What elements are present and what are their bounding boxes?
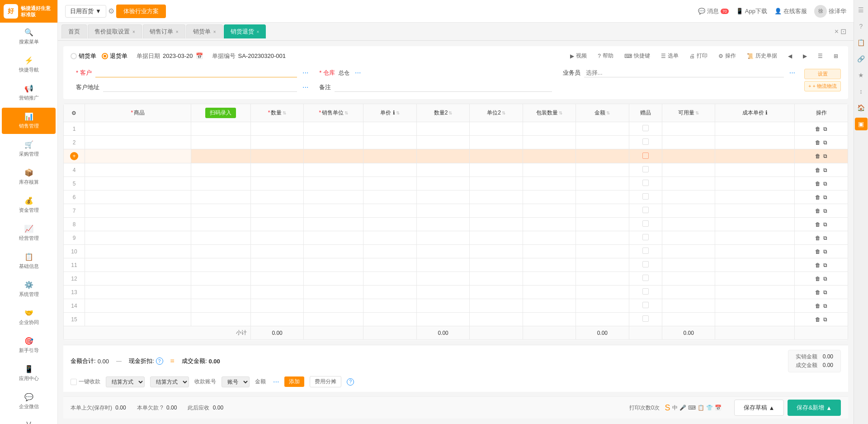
notification-btn[interactable]: 💬 消息 70 bbox=[698, 7, 729, 15]
sidebar-item-enterprise[interactable]: 🤝 企业协同 bbox=[2, 304, 56, 330]
settings-btn[interactable]: 设置 bbox=[804, 69, 841, 79]
row-delete-icon[interactable]: 🗑 bbox=[815, 248, 821, 255]
right-panel-icon4[interactable]: 🔗 bbox=[855, 52, 868, 65]
row-copy-icon[interactable]: ⧉ bbox=[823, 181, 827, 187]
online-service-btn[interactable]: 👤 在线客服 bbox=[774, 7, 807, 15]
row-copy-icon[interactable]: ⧉ bbox=[823, 221, 827, 228]
row-copy-icon[interactable]: ⧉ bbox=[823, 262, 827, 268]
row-delete-icon[interactable]: 🗑 bbox=[815, 235, 821, 241]
sidebar-item-shortcut[interactable]: ⚡ 快捷导航 bbox=[2, 52, 56, 78]
radio-sale[interactable]: 销货单 bbox=[71, 52, 96, 60]
tab-home[interactable]: 首页 bbox=[61, 24, 87, 38]
right-panel-icon6[interactable]: ↕ bbox=[855, 85, 868, 98]
sidebar-item-member[interactable]: V 畅会员 bbox=[2, 416, 56, 424]
account-select[interactable]: 账号 bbox=[222, 376, 250, 387]
gift-checkbox[interactable] bbox=[642, 248, 649, 254]
row-delete-icon[interactable]: 🗑 bbox=[815, 194, 821, 200]
gift-checkbox[interactable] bbox=[642, 288, 649, 295]
save-new-btn[interactable]: 保存&新增 ▲ bbox=[788, 400, 841, 416]
grid-view-btn[interactable]: ⊞ bbox=[831, 52, 841, 61]
one-click-pay-checkbox[interactable]: 一键收款 bbox=[71, 378, 100, 386]
address-input[interactable] bbox=[103, 83, 297, 92]
row-delete-icon[interactable]: 🗑 bbox=[815, 126, 821, 132]
row-copy-icon[interactable]: ⧉ bbox=[823, 126, 827, 132]
sidebar-item-sales[interactable]: 📊 销售管理 bbox=[2, 108, 56, 134]
trial-btn[interactable]: 体验行业方案 bbox=[116, 5, 166, 18]
right-panel-icon5[interactable]: ★ bbox=[855, 69, 868, 81]
list-view-btn[interactable]: ☰ bbox=[815, 52, 826, 61]
save-draft-btn[interactable]: 保存草稿 ▲ bbox=[734, 400, 784, 416]
industry-dropdown[interactable]: 日用百货 ▼ bbox=[65, 5, 106, 18]
radio-return[interactable]: 退货单 bbox=[102, 52, 127, 60]
amount-lookup-btn[interactable]: ··· bbox=[273, 378, 279, 386]
action-print-btn[interactable]: 🖨 打印 bbox=[687, 51, 710, 61]
action-select-btn[interactable]: ☰ 选单 bbox=[658, 51, 681, 61]
nav-next-btn[interactable]: ▶ bbox=[800, 52, 810, 61]
gift-checkbox[interactable] bbox=[642, 193, 649, 200]
row-copy-icon[interactable]: ⧉ bbox=[823, 208, 827, 214]
row-delete-icon[interactable]: 🗑 bbox=[815, 316, 821, 323]
customer-input[interactable] bbox=[95, 68, 297, 77]
row-copy-icon[interactable]: ⧉ bbox=[823, 194, 827, 200]
right-panel-icon3[interactable]: 📋 bbox=[855, 36, 868, 49]
product-input-row3[interactable] bbox=[88, 153, 188, 159]
calc-method-select[interactable]: 结算方式 bbox=[150, 376, 189, 387]
gift-checkbox[interactable] bbox=[642, 220, 649, 227]
right-panel-icon2[interactable]: ? bbox=[855, 20, 868, 33]
row-copy-icon[interactable]: ⧉ bbox=[823, 139, 827, 146]
row-delete-icon[interactable]: 🗑 bbox=[815, 153, 821, 159]
add-payment-btn[interactable]: 添加 bbox=[284, 376, 304, 387]
tab-sales-return[interactable]: 销货退货 × bbox=[224, 24, 266, 38]
row-copy-icon[interactable]: ⧉ bbox=[823, 276, 827, 282]
gift-checkbox[interactable] bbox=[642, 234, 649, 240]
staff-input[interactable] bbox=[584, 68, 784, 77]
row-copy-icon[interactable]: ⧉ bbox=[823, 153, 827, 159]
row-copy-icon[interactable]: ⧉ bbox=[823, 248, 827, 255]
row-copy-icon[interactable]: ⧉ bbox=[823, 289, 827, 295]
action-video-btn[interactable]: ▶ 视频 bbox=[567, 51, 590, 61]
sidebar-item-wechat[interactable]: 💬 企业微信 bbox=[2, 388, 56, 414]
right-panel-icon8[interactable]: ▣ bbox=[855, 118, 868, 130]
table-gear-icon[interactable]: ⚙ bbox=[71, 110, 76, 116]
tab-sales-order[interactable]: 销售订单 × bbox=[143, 24, 185, 38]
tab-close-sales-slip[interactable]: × bbox=[213, 29, 216, 34]
gift-checkbox[interactable] bbox=[642, 180, 649, 186]
action-operate-btn[interactable]: ⚙ 操作 bbox=[716, 51, 739, 61]
calendar-icon[interactable]: 📅 bbox=[196, 52, 203, 59]
row-delete-icon[interactable]: 🗑 bbox=[815, 167, 821, 173]
right-panel-icon7[interactable]: 🏠 bbox=[855, 101, 868, 114]
discount-info-icon[interactable]: ? bbox=[156, 357, 163, 365]
sidebar-item-system[interactable]: ⚙️ 系统管理 bbox=[2, 276, 56, 302]
sidebar-item-apps[interactable]: 📱 应用中心 bbox=[2, 360, 56, 386]
sidebar-item-inventory[interactable]: 📦 库存核算 bbox=[2, 164, 56, 190]
one-click-checkbox[interactable] bbox=[71, 379, 77, 385]
gift-checkbox[interactable] bbox=[642, 302, 649, 308]
sidebar-item-operation[interactable]: 📈 经营管理 bbox=[2, 220, 56, 246]
tab-close-all-btn[interactable]: × ⊡ bbox=[831, 27, 850, 36]
user-avatar[interactable]: 徐 徐泽华 bbox=[814, 5, 846, 18]
gift-checkbox[interactable] bbox=[642, 275, 649, 281]
fee-split-btn[interactable]: 费用分摊 bbox=[310, 376, 341, 387]
sidebar-item-finance[interactable]: 💰 资金管理 bbox=[2, 192, 56, 218]
nav-prev-btn[interactable]: ◀ bbox=[785, 52, 795, 61]
sidebar-item-basic[interactable]: 📋 基础信息 bbox=[2, 248, 56, 274]
add-row-icon[interactable]: + bbox=[70, 152, 78, 160]
row-delete-icon[interactable]: 🗑 bbox=[815, 139, 821, 146]
settlement-select[interactable]: 结算方式 bbox=[106, 376, 145, 387]
gift-checkbox[interactable] bbox=[642, 207, 649, 213]
tab-sales-slip[interactable]: 销货单 × bbox=[186, 24, 223, 38]
tab-close-price-settings[interactable]: × bbox=[132, 29, 135, 34]
row-copy-icon[interactable]: ⧉ bbox=[823, 303, 827, 309]
row-delete-icon[interactable]: 🗑 bbox=[815, 303, 821, 309]
sidebar-item-newbie[interactable]: 🎯 新手引导 bbox=[2, 332, 56, 358]
action-shortcut-btn[interactable]: ⌨ 快捷键 bbox=[622, 51, 653, 61]
gift-checkbox[interactable] bbox=[642, 125, 649, 131]
fee-info-icon[interactable]: ? bbox=[347, 378, 354, 386]
row-copy-icon[interactable]: ⧉ bbox=[823, 235, 827, 241]
row-delete-icon[interactable]: 🗑 bbox=[815, 262, 821, 268]
row-delete-icon[interactable]: 🗑 bbox=[815, 289, 821, 295]
customer-lookup-btn[interactable]: ··· bbox=[302, 69, 308, 77]
help-circle-icon[interactable]: ? bbox=[160, 405, 163, 411]
topbar-gear-icon[interactable]: ⚙ bbox=[106, 5, 116, 17]
gift-checkbox[interactable] bbox=[642, 152, 649, 159]
